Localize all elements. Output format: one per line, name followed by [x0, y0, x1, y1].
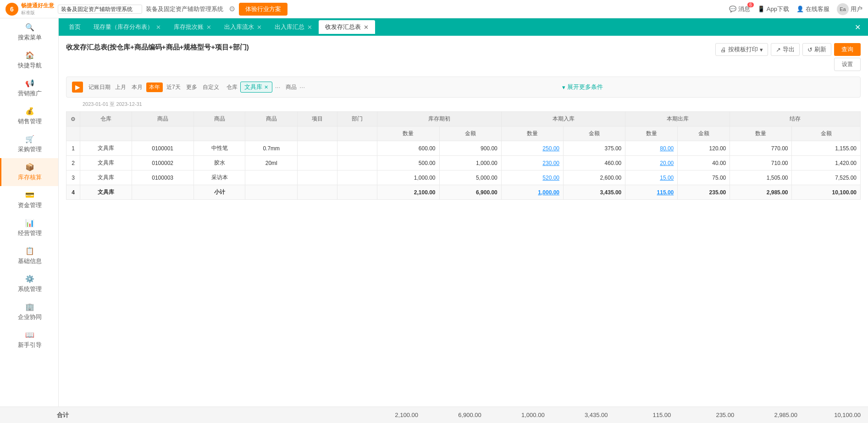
sidebar-label-purchase: 采购管理: [18, 145, 42, 154]
tab-close-batch[interactable]: ✕: [206, 24, 211, 31]
total-label: 合计: [31, 411, 94, 419]
tab-home[interactable]: 首页: [62, 20, 87, 34]
row-name: 采访本: [194, 170, 245, 185]
row-project: [298, 170, 337, 185]
quick-nav-icon: 🏠: [25, 51, 34, 60]
sidebar-item-operations[interactable]: 📊 经营管理: [0, 214, 58, 242]
query-btn[interactable]: 查询: [834, 43, 861, 56]
total-in-amt: 3,435.00: [545, 411, 608, 419]
tab-inventory-dist[interactable]: 现存量（库存分布表）✕: [87, 20, 167, 34]
date-7days[interactable]: 近7天: [165, 82, 182, 92]
date-this-year[interactable]: 本年: [146, 82, 163, 92]
export-btn[interactable]: ↗ 导出: [771, 43, 800, 56]
tab-label-summary: 出入库汇总: [275, 23, 304, 31]
sidebar-item-guide[interactable]: 📖 新手引导: [0, 326, 58, 354]
sidebar-item-finance[interactable]: 💳 资金管理: [0, 186, 58, 214]
date-shortcuts: 上月 本月 本年 近7天 更多 自定义: [113, 82, 221, 92]
user-item[interactable]: Ea 用户: [837, 3, 862, 15]
date-more[interactable]: 更多: [184, 82, 199, 92]
row-open-qty: 600.00: [377, 141, 439, 156]
tab-flow[interactable]: 出入库流水✕: [218, 20, 268, 34]
tab-close-summary[interactable]: ✕: [307, 24, 312, 31]
sub-in-qty[interactable]: 1,000.00: [501, 185, 563, 200]
sub-project: [298, 185, 337, 200]
date-range-text: 2023-01-01 至 2023-12-31: [83, 101, 142, 107]
col-out-header: 本期出库: [625, 112, 730, 126]
operations-icon: 📊: [25, 219, 34, 227]
sidebar-item-search[interactable]: 🔍 搜索菜单: [0, 18, 58, 46]
expand-row: ▾ 展开更多条件: [310, 83, 855, 91]
sidebar-item-sales[interactable]: 💰 销售管理: [0, 102, 58, 130]
tab-batch[interactable]: 库存批次账✕: [167, 20, 218, 34]
col-warehouse-header: 仓库: [80, 112, 132, 126]
tab-summary[interactable]: 出入库汇总✕: [268, 20, 319, 34]
tab-label-inventory-dist: 现存量（库存分布表）: [94, 23, 153, 31]
sidebar-item-basic-info[interactable]: 📋 基础信息: [0, 242, 58, 270]
warehouse-more-dots[interactable]: ···: [275, 83, 281, 91]
row-bal-qty: 770.00: [730, 141, 792, 156]
search-icon: 🔍: [25, 23, 34, 32]
warehouse-label: 仓库: [227, 83, 238, 91]
tab-receive-send[interactable]: 收发存汇总表✕: [319, 20, 375, 34]
sub-bal-qty: 数量: [730, 126, 792, 141]
row-dept: [337, 156, 377, 170]
total-open-qty: 2,100.00: [355, 411, 418, 419]
row-out-qty[interactable]: 15.00: [625, 170, 678, 185]
sidebar-item-purchase[interactable]: 🛒 采购管理: [0, 130, 58, 158]
row-out-qty[interactable]: 80.00: [625, 141, 678, 156]
warehouse-tag-value: 文具库: [244, 83, 262, 91]
table-container: ⚙ 仓库 商品 商品 商品 项目 部门 库存期初 本期入库 本期出库 结存: [66, 111, 861, 399]
row-dept: [337, 170, 377, 185]
try-industry-btn[interactable]: 体验行业方案: [239, 3, 287, 16]
sidebar-item-system[interactable]: ⚙️ 系统管理: [0, 270, 58, 298]
date-this-month[interactable]: 本月: [130, 82, 144, 92]
col-name-header: 商品: [194, 112, 245, 126]
expand-conditions-btn[interactable]: ▾ 展开更多条件: [562, 83, 603, 91]
col-settings[interactable]: ⚙: [66, 112, 80, 126]
sidebar-item-inventory[interactable]: 📦 库存核算: [0, 158, 58, 186]
table-row: 1 文具库 0100001 中性笔 0.7mm 600.00 900.00 25…: [66, 141, 861, 156]
goods-more-dots[interactable]: ···: [299, 83, 305, 91]
row-code: 0100003: [132, 170, 194, 185]
sub-out-qty[interactable]: 115.00: [625, 185, 678, 200]
chevron-down-icon: ▾: [760, 46, 763, 53]
app-download-item[interactable]: 📱 App下载: [757, 5, 789, 13]
sidebar-item-marketing[interactable]: 📢 营销推广: [0, 74, 58, 102]
refresh-btn[interactable]: ↺ 刷新: [802, 43, 831, 56]
filter-settings-btn[interactable]: 设置: [834, 58, 861, 71]
page-title: 收发存汇总表(按仓库+商品编码+商品+规格型号+项目+部门): [66, 43, 249, 52]
sidebar-item-quick-nav[interactable]: 🏠 快捷导航: [0, 46, 58, 74]
tab-label-flow: 出入库流水: [224, 23, 254, 31]
tab-close-flow[interactable]: ✕: [257, 24, 262, 31]
online-service-item[interactable]: 👤 在线客服: [796, 5, 829, 13]
message-item[interactable]: 💬 消息 6: [729, 5, 750, 13]
app-download-label: App下载: [767, 5, 789, 13]
warehouse-tag-close[interactable]: ✕: [264, 84, 268, 90]
row-code: 0100002: [132, 156, 194, 170]
date-last-month[interactable]: 上月: [113, 82, 128, 92]
warehouse-filter-group: 仓库 文具库 ✕ ···: [227, 82, 281, 93]
message-icon: 💬: [729, 5, 736, 12]
sidebar-label-quick-nav: 快捷导航: [18, 61, 42, 70]
marketing-icon: 📢: [25, 79, 34, 88]
row-in-qty[interactable]: 520.00: [501, 170, 563, 185]
row-out-qty[interactable]: 20.00: [625, 156, 678, 170]
tab-bar-close[interactable]: ✕: [851, 23, 864, 32]
sidebar-item-enterprise[interactable]: 🏢 企业协同: [0, 298, 58, 326]
row-open-amt: 900.00: [439, 141, 501, 156]
sales-icon: 💰: [25, 107, 34, 115]
row-in-qty[interactable]: 250.00: [501, 141, 563, 156]
tab-close-receive-send[interactable]: ✕: [364, 24, 369, 31]
row-code: 0100001: [132, 141, 194, 156]
row-project: [298, 141, 337, 156]
filter-toggle-btn[interactable]: ▶: [72, 82, 83, 93]
date-custom[interactable]: 自定义: [201, 82, 221, 92]
row-in-qty[interactable]: 230.00: [501, 156, 563, 170]
row-bal-qty: 1,505.00: [730, 170, 792, 185]
system-name-display: 装备及固定资产辅助管理系统: [146, 5, 223, 13]
header-left: 6 畅捷通好生意 标准版 装备及固定资产辅助管理系统 装备及固定资产辅助管理系统…: [6, 2, 287, 16]
system-select[interactable]: 装备及固定资产辅助管理系统: [58, 5, 142, 14]
tab-close-inventory-dist[interactable]: ✕: [156, 24, 161, 31]
print-btn[interactable]: 🖨 按模板打印 ▾: [715, 43, 768, 56]
settings-icon[interactable]: ⚙: [229, 5, 235, 13]
